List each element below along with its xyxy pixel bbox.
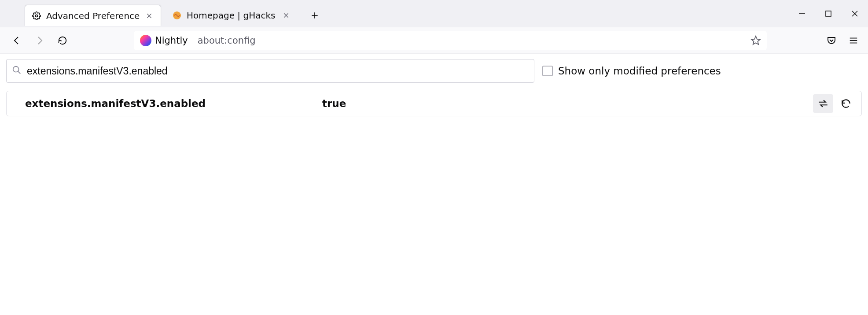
hamburger-menu-icon[interactable]	[847, 34, 860, 47]
show-modified-checkbox[interactable]	[542, 66, 553, 76]
pocket-icon[interactable]	[825, 34, 838, 47]
show-modified-label: Show only modified preferences	[558, 65, 721, 77]
firefox-nightly-icon	[140, 35, 151, 46]
svg-point-0	[36, 15, 38, 17]
preference-row: extensions.manifestV3.enabled true	[6, 91, 862, 116]
preference-value: true	[322, 98, 813, 109]
gear-icon	[32, 11, 41, 20]
search-icon	[12, 65, 22, 77]
preference-name: extensions.manifestV3.enabled	[25, 98, 322, 109]
reset-button[interactable]	[836, 94, 856, 113]
svg-rect-9	[826, 11, 831, 16]
preference-search-input[interactable]	[27, 65, 529, 77]
toggle-button[interactable]	[813, 94, 833, 113]
preference-search-box[interactable]	[6, 59, 534, 83]
bookmark-star-icon[interactable]	[749, 34, 762, 47]
site-favicon	[173, 11, 181, 20]
minimize-button[interactable]	[797, 8, 807, 19]
svg-marker-12	[751, 36, 760, 44]
maximize-button[interactable]	[823, 8, 834, 19]
svg-line-17	[18, 71, 21, 74]
url-text: about:config	[194, 35, 256, 46]
tab-strip: Advanced Preferences Homepage | gHacks T…	[0, 0, 868, 27]
address-bar[interactable]: Nightly about:config	[134, 31, 767, 50]
about-config-content: Show only modified preferences extension…	[0, 54, 868, 122]
window-controls	[797, 0, 860, 27]
tab-ghacks[interactable]: Homepage | gHacks Technology	[166, 5, 298, 26]
close-icon[interactable]	[282, 11, 291, 20]
tab-label: Advanced Preferences	[46, 11, 140, 21]
identity-pill[interactable]: Nightly	[134, 31, 194, 50]
new-tab-button[interactable]	[305, 6, 324, 25]
tab-label: Homepage | gHacks Technology	[187, 10, 276, 21]
identity-label: Nightly	[155, 35, 188, 46]
navigation-toolbar: Nightly about:config	[0, 27, 868, 54]
back-button[interactable]	[8, 32, 26, 49]
svg-point-16	[13, 67, 19, 72]
tab-advanced-preferences[interactable]: Advanced Preferences	[25, 5, 161, 26]
forward-button[interactable]	[31, 32, 48, 49]
close-window-button[interactable]	[850, 8, 860, 19]
close-icon[interactable]	[145, 11, 154, 20]
reload-button[interactable]	[54, 32, 71, 49]
